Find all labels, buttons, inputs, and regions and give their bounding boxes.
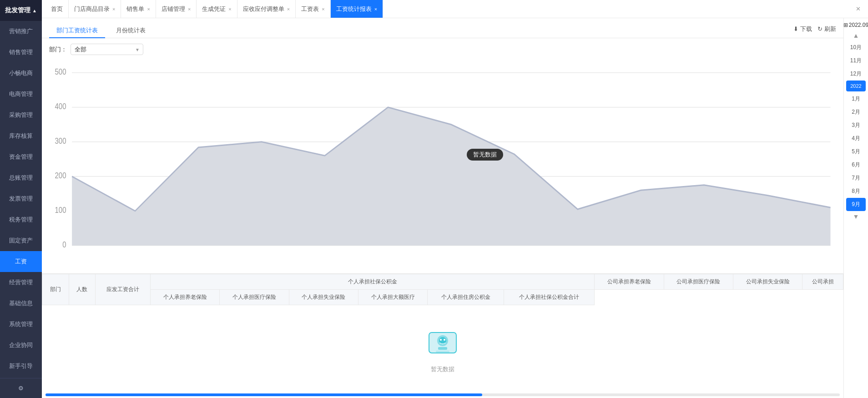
top-tab-close-4[interactable]: ×	[228, 6, 231, 12]
sidebar-item-0[interactable]: 营销推广	[0, 21, 42, 42]
svg-point-20	[444, 339, 445, 341]
month-aug[interactable]: 8月	[844, 185, 868, 198]
month-mar[interactable]: 3月	[844, 119, 868, 132]
sidebar-item-5[interactable]: 库存核算	[0, 126, 42, 146]
sidebar-settings[interactable]: ⚙	[0, 378, 42, 398]
scrollbar-area[interactable]	[42, 392, 843, 398]
refresh-button[interactable]: ↻ 刷新	[818, 25, 836, 33]
empty-text: 暂无数据	[431, 365, 454, 373]
col-personal-medical: 个人承担医疗保险	[220, 290, 289, 305]
scrollbar-track[interactable]	[45, 393, 840, 396]
sidebar-item-13[interactable]: 基础信息	[0, 293, 42, 314]
month-may[interactable]: 5月	[844, 145, 868, 158]
month-jun[interactable]: 6月	[844, 158, 868, 171]
month-dec[interactable]: 12月	[844, 67, 868, 81]
tab-month-stats[interactable]: 月份统计表	[109, 24, 153, 38]
month-jul[interactable]: 7月	[844, 171, 868, 185]
sidebar-item-4[interactable]: 采购管理	[0, 105, 42, 126]
empty-state: 暂无数据	[42, 305, 843, 392]
top-tab-close-1[interactable]: ×	[112, 6, 115, 12]
sidebar-header-arrow: ▲	[32, 8, 37, 13]
content-area: 部门工资统计表 月份统计表 ⬇ 下载 ↻ 刷新 部门：	[42, 18, 868, 398]
empty-icon	[424, 323, 461, 360]
month-oct[interactable]: 10月	[844, 41, 868, 54]
svg-text:500: 500	[55, 67, 66, 77]
top-tab-label-0: 首页	[51, 5, 63, 13]
sidebar-item-2[interactable]: 小畅电商	[0, 63, 42, 84]
sidebar-item-3[interactable]: 电商管理	[0, 84, 42, 105]
month-nov[interactable]: 11月	[844, 54, 868, 67]
svg-rect-18	[436, 351, 449, 353]
top-tab-7[interactable]: 工资统计报表×	[331, 0, 383, 18]
month-nav-down[interactable]: ▼	[844, 211, 868, 222]
col-company-medical: 公司承担医疗保险	[664, 274, 733, 290]
top-tab-bar: 首页门店商品目录×销售单×店铺管理×生成凭证×应收应付调整单×工资表×工资统计报…	[42, 0, 868, 18]
month-panel: ⊞ 2022.09 ▲ 10月 11月 12月 2022 1月 2月 3月 4月…	[843, 18, 868, 398]
top-tab-4[interactable]: 生成凭证×	[197, 0, 237, 18]
month-sep[interactable]: 9月	[846, 198, 865, 211]
chart-area: 500 400 300 200 100 0	[42, 59, 843, 273]
sidebar-item-14[interactable]: 系统管理	[0, 314, 42, 335]
sidebar-item-7[interactable]: 总账管理	[0, 167, 42, 188]
col-personal-total: 个人承担社保公积金合计	[504, 290, 595, 305]
sidebar-item-15[interactable]: 企业协同	[0, 335, 42, 356]
top-tab-5[interactable]: 应收应付调整单×	[237, 0, 296, 18]
main-area: 首页门店商品目录×销售单×店铺管理×生成凭证×应收应付调整单×工资表×工资统计报…	[42, 0, 868, 398]
top-tab-1[interactable]: 门店商品目录×	[69, 0, 121, 18]
table-section: 部门 人数 应发工资合计 个人承担社保公积金 公司承担养老保险 公司承担医疗保险…	[42, 273, 843, 398]
top-tab-label-7: 工资统计报表	[336, 5, 372, 13]
dept-label: 部门：	[49, 45, 67, 54]
top-tab-close-2[interactable]: ×	[147, 6, 150, 12]
chart-svg: 500 400 300 200 100 0	[49, 62, 836, 270]
svg-text:300: 300	[55, 136, 66, 146]
col-company-pension: 公司承担养老保险	[595, 274, 664, 290]
month-nav-up[interactable]: ▲	[844, 30, 868, 41]
top-tab-close-3[interactable]: ×	[188, 6, 191, 12]
download-button[interactable]: ⬇ 下载	[793, 25, 812, 33]
sidebar-item-11[interactable]: 工资	[0, 251, 42, 272]
sidebar-item-9[interactable]: 税务管理	[0, 209, 42, 230]
col-personal-group: 个人承担社保公积金	[151, 274, 595, 290]
close-all-tabs[interactable]: ✕	[852, 5, 864, 12]
close-all-icon: ✕	[856, 5, 861, 12]
sidebar-item-8[interactable]: 发票管理	[0, 188, 42, 209]
sub-tab-bar: 部门工资统计表 月份统计表 ⬇ 下载 ↻ 刷新	[42, 18, 843, 38]
panel-date: ⊞	[843, 22, 848, 28]
top-tab-close-7[interactable]: ×	[374, 6, 377, 12]
month-apr[interactable]: 4月	[844, 132, 868, 145]
month-jan[interactable]: 1月	[844, 92, 868, 106]
toolbar-left: 部门： 全部	[49, 44, 143, 55]
tab-dept-wage[interactable]: 部门工资统计表	[49, 24, 105, 38]
sidebar-item-10[interactable]: 固定资产	[0, 230, 42, 251]
svg-text:200: 200	[55, 171, 66, 181]
sidebar-item-1[interactable]: 销售管理	[0, 42, 42, 63]
sidebar-title: 批发管理	[5, 6, 30, 15]
col-dept: 部门	[42, 274, 69, 305]
col-personal-housing: 个人承担住房公积金	[428, 290, 504, 305]
panel-date-label: 2022.09	[849, 22, 868, 28]
year-2022-label[interactable]: 2022	[846, 81, 865, 91]
svg-point-19	[440, 339, 442, 341]
top-tab-close-5[interactable]: ×	[287, 6, 290, 12]
sidebar-item-16[interactable]: 新手引导	[0, 356, 42, 377]
top-tab-label-1: 门店商品目录	[74, 5, 110, 13]
sidebar-item-12[interactable]: 经营管理	[0, 272, 42, 293]
sidebar-header[interactable]: 批发管理 ▲	[0, 0, 42, 21]
scrollbar-thumb[interactable]	[45, 393, 482, 396]
top-tab-label-6: 工资表	[301, 5, 319, 13]
top-tab-3[interactable]: 店铺管理×	[156, 0, 197, 18]
top-tab-6[interactable]: 工资表×	[296, 0, 330, 18]
top-tab-2[interactable]: 销售单×	[121, 0, 156, 18]
sidebar-item-6[interactable]: 资金管理	[0, 146, 42, 167]
svg-text:0: 0	[62, 240, 66, 250]
month-panel-header: ⊞ 2022.09	[843, 20, 868, 30]
dept-select-wrapper[interactable]: 全部	[71, 44, 143, 55]
top-tab-close-6[interactable]: ×	[322, 6, 324, 12]
dept-select[interactable]: 全部	[71, 44, 143, 55]
col-personal-unemploy: 个人承担失业保险	[289, 290, 358, 305]
top-tab-0[interactable]: 首页	[45, 0, 69, 18]
col-personal-pension: 个人承担养老保险	[151, 290, 220, 305]
month-feb[interactable]: 2月	[844, 106, 868, 119]
download-icon: ⬇	[793, 25, 798, 32]
top-tab-label-5: 应收应付调整单	[243, 5, 284, 13]
